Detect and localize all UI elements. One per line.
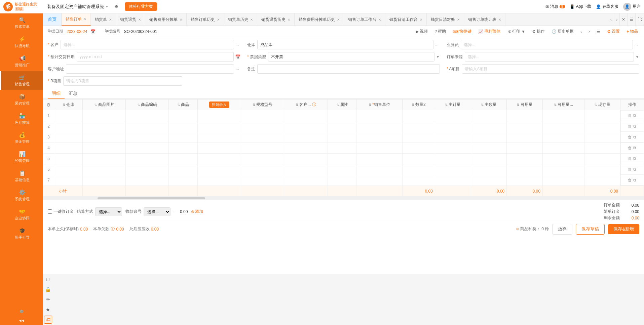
row2-spec[interactable]: [241, 121, 284, 132]
salesperson-more-icon[interactable]: ···: [633, 42, 639, 47]
invoice-type-input[interactable]: [268, 52, 434, 62]
customer-more-icon[interactable]: ···: [234, 42, 240, 47]
row4-spec[interactable]: [241, 143, 284, 153]
tab-cash-reconcile[interactable]: 钱货日清对账 ✕: [427, 13, 464, 26]
order-source-arrow-icon[interactable]: ▼: [635, 54, 639, 59]
row4-attr[interactable]: [328, 143, 356, 153]
row5-name[interactable]: [169, 153, 197, 164]
right-panel-star-icon[interactable]: ★: [44, 306, 52, 314]
row2-delete-icon[interactable]: 🗑: [628, 124, 632, 129]
row6-name[interactable]: [169, 164, 197, 175]
row7-name[interactable]: [169, 175, 197, 186]
sidebar-item-search-menu[interactable]: 🔍 搜索菜单: [0, 13, 43, 33]
row7-warehouse[interactable]: [54, 175, 83, 186]
nav-next-btn[interactable]: ›: [586, 29, 592, 35]
col-stock-sort[interactable]: ⇅: [594, 103, 597, 107]
save-draft-btn[interactable]: 保存草稿: [576, 224, 605, 235]
row3-qty2[interactable]: [402, 132, 435, 143]
row7-attr[interactable]: [328, 175, 356, 186]
a-project-input[interactable]: [462, 64, 639, 74]
row4-delete-icon[interactable]: 🗑: [628, 146, 632, 150]
row6-qty2[interactable]: [402, 164, 435, 175]
right-panel-tag-icon[interactable]: 🏷: [44, 316, 52, 324]
customer-addr-input[interactable]: [66, 64, 234, 74]
row1-sales-unit[interactable]: [356, 110, 402, 121]
grid-settings-icon[interactable]: ⚙: [46, 102, 51, 108]
tab-close-cash-workbench[interactable]: ✕: [420, 18, 422, 22]
row1-code[interactable]: [126, 110, 169, 121]
tab-close-order-workbench[interactable]: ✕: [378, 18, 381, 22]
tab-return-history[interactable]: 销货单历史 ✕: [224, 13, 257, 26]
row2-customer-ref[interactable]: [284, 121, 328, 132]
col-qty2-sort[interactable]: ⇅: [412, 103, 414, 107]
receipt-more-icon[interactable]: ···: [173, 209, 177, 214]
right-panel-edit-icon[interactable]: ✏: [44, 295, 52, 303]
row2-main-qty[interactable]: [471, 121, 507, 132]
col-main-qty-sort[interactable]: ⇅: [481, 103, 484, 107]
row4-qty2[interactable]: [402, 143, 435, 153]
row3-spec[interactable]: [241, 132, 284, 143]
row2-name[interactable]: [169, 121, 197, 132]
col-spec-sort[interactable]: ⇅: [253, 103, 255, 107]
row5-customer-ref[interactable]: [284, 153, 328, 164]
row3-attr[interactable]: [328, 132, 356, 143]
col-available-sort[interactable]: ⇅: [517, 103, 519, 107]
row2-main-unit[interactable]: [435, 121, 471, 132]
tab-sales-return[interactable]: 销货单 ✕: [91, 13, 116, 26]
row2-sales-unit[interactable]: [356, 121, 402, 132]
row4-name[interactable]: [169, 143, 197, 153]
row4-copy-icon[interactable]: ⧉: [633, 146, 636, 150]
row1-qty2[interactable]: [402, 110, 435, 121]
tab-next-btn[interactable]: ›: [614, 13, 620, 26]
row3-code[interactable]: [126, 132, 169, 143]
row3-main-qty[interactable]: [471, 132, 507, 143]
tab-order-workbench[interactable]: 销售订单工作台 ✕: [344, 13, 385, 26]
scan-btn[interactable]: 扫码录入: [209, 101, 229, 108]
row4-sales-unit[interactable]: [356, 143, 402, 153]
tab-close-sales-return[interactable]: ✕: [109, 18, 112, 22]
tab-close-sales-summary[interactable]: ✕: [498, 18, 501, 22]
row7-customer-ref[interactable]: [284, 175, 328, 186]
sidebar-item-operations[interactable]: 📊 经营管理: [0, 148, 43, 167]
row3-main-unit[interactable]: [435, 132, 471, 143]
order-source-input[interactable]: [465, 52, 634, 62]
sidebar-item-marketing[interactable]: 📢 营销推广: [0, 52, 43, 71]
tab-sales-summary[interactable]: 销售订单统计表 ✕: [464, 13, 505, 26]
row1-name[interactable]: [169, 110, 197, 121]
detail-tab-detail[interactable]: 明细: [48, 88, 65, 99]
row1-customer-ref[interactable]: [284, 110, 328, 121]
row1-attr[interactable]: [328, 110, 356, 121]
print-btn[interactable]: 🖨 打印 ▼: [505, 28, 527, 35]
tab-cash-workbench[interactable]: 钱货日清工作台 ✕: [385, 13, 427, 26]
row1-warehouse[interactable]: [54, 110, 83, 121]
row6-delete-icon[interactable]: 🗑: [628, 167, 632, 172]
row6-attr[interactable]: [328, 164, 356, 175]
row1-main-unit[interactable]: [435, 110, 471, 121]
customer-addr-more-icon[interactable]: ···: [234, 67, 240, 72]
col-code-sort[interactable]: ⇅: [137, 103, 140, 107]
app-download-btn[interactable]: 📱 App下载: [570, 4, 591, 9]
sidebar-item-base-info[interactable]: 📋 基础信息: [0, 167, 43, 186]
row1-copy-icon[interactable]: ⧉: [633, 113, 636, 118]
profit-btn[interactable]: 📈 毛利预估: [476, 28, 502, 35]
scrollbar-area[interactable]: [43, 197, 644, 200]
delivery-date-input[interactable]: [77, 52, 234, 62]
invoice-type-arrow-icon[interactable]: ▼: [436, 54, 440, 59]
row4-main-qty[interactable]: [471, 143, 507, 153]
row3-delete-icon[interactable]: 🗑: [628, 135, 632, 139]
view-btn[interactable]: ▶ 视频: [414, 28, 430, 35]
row3-name[interactable]: [169, 132, 197, 143]
col-main-unit-sort[interactable]: ⇅: [445, 103, 448, 107]
col-settings[interactable]: ⚙: [43, 99, 54, 110]
row5-ops[interactable]: 🗑 ⧉: [620, 153, 644, 164]
tab-prev-btn[interactable]: ‹: [608, 13, 614, 26]
sidebar-item-sys-mgmt[interactable]: ⚙️ 系统管理: [0, 186, 43, 205]
row5-warehouse[interactable]: [54, 153, 83, 164]
row5-main-qty[interactable]: [471, 153, 507, 164]
salesperson-input[interactable]: [461, 40, 633, 49]
tab-expense-split[interactable]: 销售费用分摊单 ✕: [145, 13, 187, 26]
row6-warehouse[interactable]: [54, 164, 83, 175]
col-img-sort[interactable]: ⇅: [94, 103, 97, 107]
row5-code[interactable]: [126, 153, 169, 164]
row7-copy-icon[interactable]: ⧉: [633, 178, 636, 182]
